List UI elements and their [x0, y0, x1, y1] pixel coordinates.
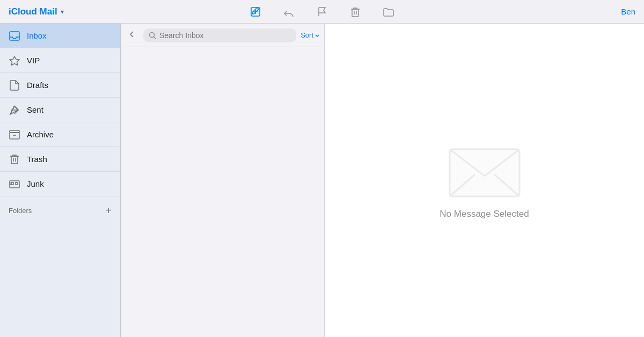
- sidebar-item-sent-label: Sent: [27, 105, 43, 114]
- app-title[interactable]: iCloud Mail: [9, 6, 57, 17]
- folders-header: Folders +: [0, 201, 120, 220]
- sidebar-item-junk[interactable]: Junk: [0, 172, 120, 196]
- trash-button[interactable]: [347, 4, 363, 20]
- svg-rect-12: [11, 156, 18, 164]
- svg-rect-17: [16, 182, 18, 185]
- svg-point-20: [150, 32, 155, 37]
- header: iCloud Mail ▾: [0, 0, 644, 24]
- sidebar-item-junk-label: Junk: [27, 179, 44, 188]
- move-to-folder-button[interactable]: [380, 4, 397, 20]
- search-input[interactable]: [159, 31, 291, 40]
- app-title-prefix: iCloud: [9, 6, 37, 17]
- search-bar[interactable]: [143, 28, 296, 42]
- collapse-sidebar-button[interactable]: [125, 28, 139, 42]
- header-toolbar: [247, 4, 397, 20]
- sidebar-item-drafts-label: Drafts: [27, 80, 48, 90]
- sidebar-item-archive-label: Archive: [27, 130, 54, 139]
- search-icon: [149, 32, 156, 39]
- sort-button[interactable]: Sort: [301, 31, 320, 39]
- message-list-toolbar: Sort: [121, 24, 324, 47]
- svg-rect-10: [10, 133, 19, 139]
- sidebar-item-archive[interactable]: Archive: [0, 122, 120, 147]
- folders-label: Folders: [9, 207, 32, 215]
- reply-button[interactable]: [281, 4, 297, 20]
- trash-sidebar-icon: [9, 153, 20, 165]
- flag-button[interactable]: [314, 4, 330, 20]
- sidebar-item-drafts[interactable]: Drafts: [0, 73, 120, 98]
- vip-icon: [9, 55, 20, 67]
- sent-icon: [9, 104, 20, 116]
- drafts-icon: [9, 79, 20, 91]
- sidebar-item-vip-label: VIP: [27, 56, 40, 65]
- sidebar-item-sent[interactable]: Sent: [0, 98, 120, 122]
- app-menu-chevron[interactable]: ▾: [61, 8, 64, 16]
- no-message-icon: [447, 141, 522, 200]
- svg-line-21: [154, 36, 156, 39]
- junk-icon: [9, 178, 20, 190]
- sidebar-item-trash[interactable]: Trash: [0, 147, 120, 172]
- message-list-empty: [121, 47, 324, 337]
- svg-rect-16: [11, 182, 13, 185]
- app-title-suffix: Mail: [37, 6, 57, 17]
- main-layout: Inbox VIP Drafts: [0, 24, 644, 337]
- sidebar-item-inbox[interactable]: Inbox: [0, 24, 120, 48]
- message-list-panel: Sort: [121, 24, 325, 337]
- sort-label: Sort: [301, 31, 313, 39]
- sidebar-item-inbox-label: Inbox: [27, 31, 47, 40]
- add-folder-button[interactable]: +: [105, 205, 112, 216]
- sidebar-item-vip[interactable]: VIP: [0, 48, 120, 73]
- app-title-group: iCloud Mail ▾: [9, 6, 64, 17]
- detail-panel: No Message Selected: [325, 24, 644, 337]
- svg-rect-3: [352, 9, 358, 17]
- inbox-icon: [9, 30, 20, 42]
- sidebar-item-trash-label: Trash: [27, 155, 47, 164]
- svg-marker-7: [10, 56, 19, 65]
- user-label[interactable]: Ben: [621, 7, 635, 16]
- no-message-label: No Message Selected: [440, 209, 529, 219]
- compose-button[interactable]: [247, 4, 264, 20]
- sidebar: Inbox VIP Drafts: [0, 24, 121, 337]
- archive-icon: [9, 129, 20, 141]
